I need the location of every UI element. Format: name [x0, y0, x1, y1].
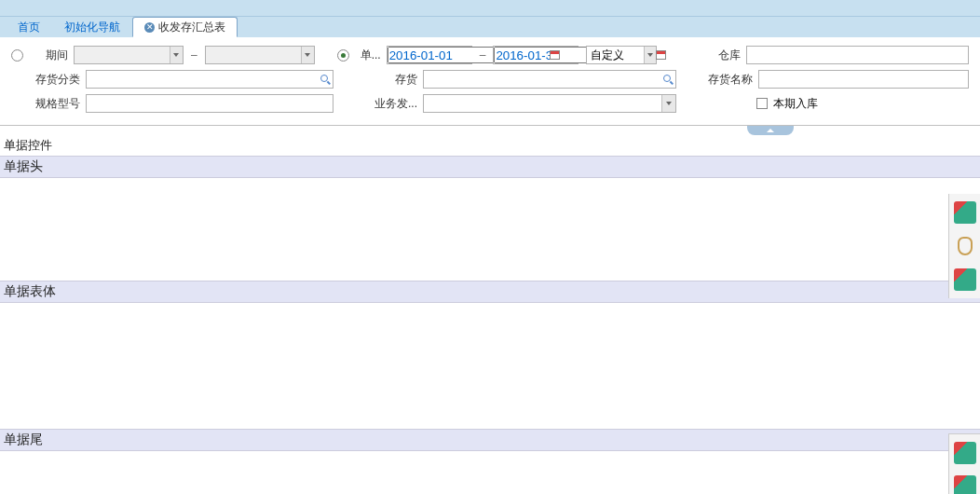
stock-category-input[interactable] [87, 71, 317, 88]
tab-init-nav[interactable]: 初始化导航 [52, 17, 132, 37]
close-icon[interactable]: ✕ [144, 22, 155, 33]
collapse-wrap [0, 126, 980, 135]
period-label: 期间 [29, 48, 68, 63]
bill-header-section[interactable]: 单据头 [0, 156, 980, 178]
collapse-panel-button[interactable] [747, 126, 794, 135]
stock-name-input[interactable] [759, 71, 968, 88]
filter-panel: 期间 – 单... – 仓库 [0, 37, 980, 126]
stock-name-label: 存货名称 [699, 72, 753, 88]
search-icon[interactable] [317, 71, 333, 88]
menu-bar [0, 0, 980, 17]
dropdown-icon[interactable] [170, 47, 183, 63]
stock-category-label: 存货分类 [26, 72, 80, 88]
warehouse-label: 仓库 [696, 48, 741, 63]
tab-bar: 首页 初始化导航 ✕ 收发存汇总表 [0, 17, 980, 37]
tab-report-label: 收发存汇总表 [158, 20, 225, 35]
radio-period[interactable] [11, 49, 23, 62]
biz-send-combo[interactable] [423, 94, 676, 113]
dropdown-icon[interactable] [661, 95, 675, 112]
date-range-preset-combo[interactable] [586, 46, 657, 64]
bill-control-label: 单据控件 [0, 135, 980, 156]
warehouse-input[interactable] [747, 47, 968, 63]
current-period-in-checkbox[interactable] [756, 98, 768, 109]
bill-body-body[interactable] [0, 303, 980, 429]
dash-label: – [189, 48, 199, 62]
period-from-input [75, 47, 170, 63]
biz-send-input[interactable] [424, 95, 661, 112]
filter-row-3: 规格型号 业务发... 本期入库 [11, 91, 969, 116]
avatar-icon[interactable] [952, 267, 978, 293]
stock-name-field[interactable] [758, 70, 969, 89]
tab-init-nav-label: 初始化导航 [64, 20, 120, 35]
dropdown-icon[interactable] [301, 47, 314, 63]
spec-model-input[interactable] [87, 95, 333, 112]
filter-row-2: 存货分类 存货 存货名称 [11, 67, 969, 91]
stock-category-combo[interactable] [86, 70, 333, 89]
date-from-combo[interactable] [387, 46, 472, 64]
date-to-combo[interactable] [493, 46, 578, 64]
bill-header-body[interactable] [0, 178, 980, 281]
mic-icon[interactable] [952, 233, 978, 259]
bill-footer-body[interactable] [0, 451, 980, 479]
bill-footer-section[interactable]: 单据尾 [0, 429, 980, 451]
avatar-icon[interactable] [952, 440, 978, 466]
period-to-input [206, 47, 301, 63]
filter-row-1: 期间 – 单... – 仓库 [11, 43, 969, 67]
current-period-in-label: 本期入库 [773, 96, 818, 112]
period-from-combo[interactable] [74, 46, 184, 64]
stock-combo[interactable] [423, 70, 676, 89]
tab-home-label: 首页 [18, 20, 40, 35]
period-to-combo[interactable] [205, 46, 315, 64]
biz-send-label: 业务发... [361, 96, 417, 112]
dropdown-icon[interactable] [644, 47, 656, 63]
spec-model-field[interactable] [86, 94, 333, 113]
radio-doc-date[interactable] [337, 49, 349, 62]
tab-home[interactable]: 首页 [6, 17, 52, 37]
side-panel-lower [948, 433, 980, 494]
date-range-preset-input[interactable] [587, 47, 644, 63]
side-panel-upper [948, 194, 980, 298]
stock-label: 存货 [373, 72, 417, 88]
tab-report[interactable]: ✕ 收发存汇总表 [132, 17, 238, 37]
dash-label-2: – [478, 48, 488, 62]
content-area: 单据控件 单据头 单据表体 单据尾 [0, 135, 980, 479]
doc-date-label: 单... [355, 48, 381, 63]
warehouse-combo[interactable] [746, 46, 969, 64]
search-icon[interactable] [660, 71, 675, 88]
avatar-icon[interactable] [952, 473, 978, 494]
bill-body-section[interactable]: 单据表体 [0, 281, 980, 303]
stock-input[interactable] [424, 71, 660, 88]
avatar-icon[interactable] [952, 199, 978, 226]
spec-model-label: 规格型号 [26, 96, 80, 112]
